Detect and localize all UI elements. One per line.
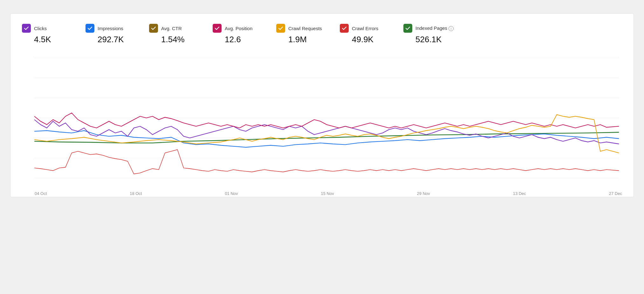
clicks-checkbox[interactable] [22,24,31,33]
metric-crawl-requests[interactable]: Crawl Requests1.9M [276,24,340,44]
impressions-checkbox[interactable] [86,24,94,33]
metric-avg-position[interactable]: Avg. Position12.6 [213,24,276,44]
metric-avg-ctr[interactable]: Avg. CTR1.54% [149,24,213,44]
metric-clicks[interactable]: Clicks4.5K [22,24,86,44]
x-axis-label: 15 Nov [321,191,334,196]
metric-crawl-errors[interactable]: Crawl Errors49.9K [340,24,403,44]
overview-chart [22,55,622,188]
clicks-label: Clicks [34,26,47,31]
avg-ctr-value: 1.54% [161,35,202,44]
crawl-requests-value: 1.9M [288,35,330,44]
impressions-value: 292.7K [98,35,139,44]
crawl-errors-checkbox[interactable] [340,24,349,33]
crawl-requests-checkbox[interactable] [276,24,285,33]
metric-impressions[interactable]: Impressions292.7K [86,24,149,44]
x-axis-label: 18 Oct [130,191,142,196]
x-axis-labels: 04 Oct18 Oct01 Nov15 Nov29 Nov13 Dec27 D… [22,189,622,196]
x-axis-label: 04 Oct [35,191,47,196]
indexed-pages-value: 526.1K [415,35,457,44]
avg-ctr-label: Avg. CTR [161,26,182,31]
x-axis-label: 01 Nov [225,191,238,196]
crawl-errors-line [34,150,619,174]
x-axis-label: 29 Nov [417,191,430,196]
impressions-label: Impressions [98,26,123,31]
chart-area: 04 Oct18 Oct01 Nov15 Nov29 Nov13 Dec27 D… [22,55,622,188]
avg-position-value: 12.6 [225,35,266,44]
crawl-requests-label: Crawl Requests [288,26,322,31]
x-axis-label: 27 Dec [609,191,622,196]
indexed-pages-info-icon[interactable]: i [449,26,454,31]
avg-position-label: Avg. Position [225,26,252,31]
indexed-pages-label: Indexed Pagesi [415,25,454,31]
crawl-errors-label: Crawl Errors [352,26,378,31]
clicks-value: 4.5K [34,35,75,44]
indexed-pages-line [34,132,619,143]
clicks-line [34,130,619,147]
metric-indexed-pages[interactable]: Indexed Pagesi526.1K [403,24,467,44]
x-axis-label: 13 Dec [513,191,526,196]
indexed-pages-checkbox[interactable] [403,24,412,33]
avg-position-checkbox[interactable] [213,24,222,33]
overview-card: Clicks4.5KImpressions292.7KAvg. CTR1.54%… [10,13,634,197]
metrics-row: Clicks4.5KImpressions292.7KAvg. CTR1.54%… [22,24,622,44]
crawl-errors-value: 49.9K [352,35,393,44]
avg-ctr-checkbox[interactable] [149,24,158,33]
